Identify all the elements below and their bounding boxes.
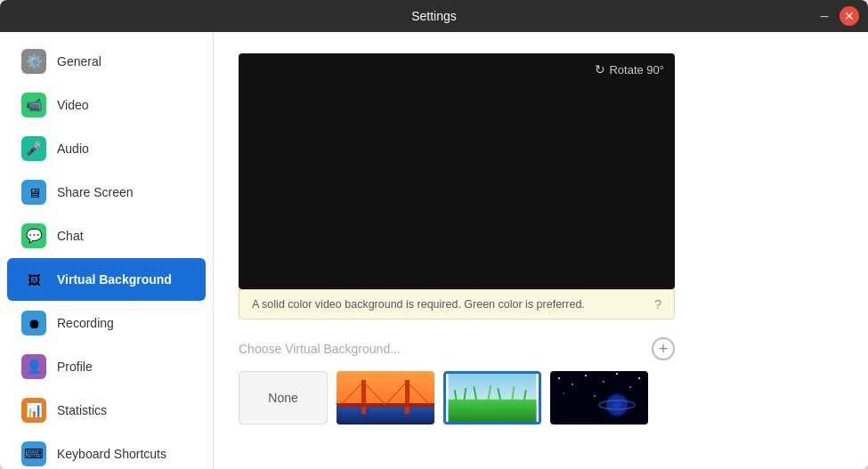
svg-point-20 bbox=[572, 384, 573, 385]
notice-bar: A solid color video background is requir… bbox=[239, 289, 675, 319]
svg-point-25 bbox=[638, 377, 640, 379]
sidebar-item-chat[interactable]: 💬Chat bbox=[7, 214, 206, 257]
sidebar-item-label-share-screen: Share Screen bbox=[57, 185, 134, 199]
sidebar-item-label-general: General bbox=[57, 54, 101, 69]
audio-icon: 🎤 bbox=[21, 136, 46, 161]
sidebar-item-label-recording: Recording bbox=[57, 316, 114, 330]
window-title: Settings bbox=[411, 9, 457, 23]
virtual-background-icon: 🖼 bbox=[21, 267, 46, 292]
svg-rect-3 bbox=[405, 380, 410, 414]
svg-rect-1 bbox=[337, 405, 434, 425]
sidebar-item-virtual-background[interactable]: 🖼Virtual Background bbox=[7, 258, 206, 301]
sidebar-item-label-keyboard-shortcuts: Keyboard Shortcuts bbox=[57, 447, 166, 461]
statistics-icon: 📊 bbox=[21, 398, 46, 423]
sidebar-item-share-screen[interactable]: 🖥Share Screen bbox=[7, 171, 206, 214]
recording-icon: ⏺ bbox=[21, 311, 46, 336]
choose-label: Choose Virtual Background... bbox=[239, 342, 401, 356]
svg-point-24 bbox=[629, 386, 631, 388]
svg-point-27 bbox=[594, 395, 596, 397]
video-icon: 📹 bbox=[21, 93, 46, 117]
sidebar-item-video[interactable]: 📹Video bbox=[7, 84, 206, 126]
sidebar-item-label-statistics: Statistics bbox=[57, 403, 107, 417]
keyboard-shortcuts-icon: ⌨ bbox=[21, 441, 46, 466]
thumbnail-bridge[interactable] bbox=[337, 371, 434, 425]
sidebar: ⚙️General📹Video🎤Audio🖥Share Screen💬Chat🖼… bbox=[0, 32, 214, 469]
svg-point-30 bbox=[606, 394, 628, 416]
window-controls: – ✕ bbox=[815, 6, 859, 26]
svg-point-23 bbox=[616, 373, 618, 375]
choose-header: Choose Virtual Background... + bbox=[239, 337, 675, 360]
titlebar: Settings – ✕ bbox=[0, 0, 868, 32]
sidebar-item-profile[interactable]: 👤Profile bbox=[7, 345, 206, 388]
notice-text: A solid color video background is requir… bbox=[252, 298, 585, 311]
main-panel: ↻ Rotate 90° A solid color video backgro… bbox=[214, 32, 868, 469]
thumbnail-none[interactable]: None bbox=[239, 371, 328, 425]
svg-rect-2 bbox=[361, 380, 366, 414]
svg-point-21 bbox=[585, 375, 587, 376]
thumbnails-container: None bbox=[239, 371, 675, 425]
profile-icon: 👤 bbox=[21, 354, 46, 379]
sidebar-item-label-chat: Chat bbox=[57, 229, 84, 243]
rotate-label: Rotate 90° bbox=[609, 63, 664, 77]
svg-point-26 bbox=[563, 392, 564, 393]
chat-icon: 💬 bbox=[21, 223, 46, 248]
general-icon: ⚙️ bbox=[21, 49, 46, 74]
close-button[interactable]: ✕ bbox=[840, 6, 859, 26]
sidebar-item-label-video: Video bbox=[57, 98, 89, 112]
main-content: ⚙️General📹Video🎤Audio🖥Share Screen💬Chat🖼… bbox=[0, 32, 868, 469]
sidebar-item-label-virtual-background: Virtual Background bbox=[57, 272, 172, 287]
svg-point-19 bbox=[558, 377, 560, 379]
settings-window: Settings – ✕ ⚙️General📹Video🎤Audio🖥Share… bbox=[0, 0, 868, 469]
sidebar-item-label-profile: Profile bbox=[57, 360, 93, 374]
svg-rect-10 bbox=[449, 400, 537, 422]
thumbnail-grass[interactable] bbox=[443, 371, 541, 425]
choose-section: Choose Virtual Background... + None bbox=[239, 337, 675, 425]
sidebar-item-general[interactable]: ⚙️General bbox=[7, 40, 206, 83]
sidebar-item-keyboard-shortcuts[interactable]: ⌨Keyboard Shortcuts bbox=[7, 433, 206, 469]
help-icon[interactable]: ? bbox=[654, 297, 661, 311]
sidebar-item-recording[interactable]: ⏺Recording bbox=[7, 302, 206, 344]
thumbnail-space[interactable] bbox=[550, 371, 648, 425]
rotate-button[interactable]: ↻ Rotate 90° bbox=[595, 62, 664, 77]
minimize-button[interactable]: – bbox=[815, 6, 834, 26]
svg-rect-18 bbox=[550, 371, 648, 425]
video-preview: ↻ Rotate 90° bbox=[239, 53, 675, 289]
sidebar-item-label-audio: Audio bbox=[57, 142, 89, 156]
sidebar-item-statistics[interactable]: 📊Statistics bbox=[7, 389, 206, 432]
add-background-button[interactable]: + bbox=[652, 337, 675, 360]
sidebar-item-audio[interactable]: 🎤Audio bbox=[7, 127, 206, 170]
share-screen-icon: 🖥 bbox=[21, 180, 46, 205]
svg-point-22 bbox=[603, 381, 604, 383]
